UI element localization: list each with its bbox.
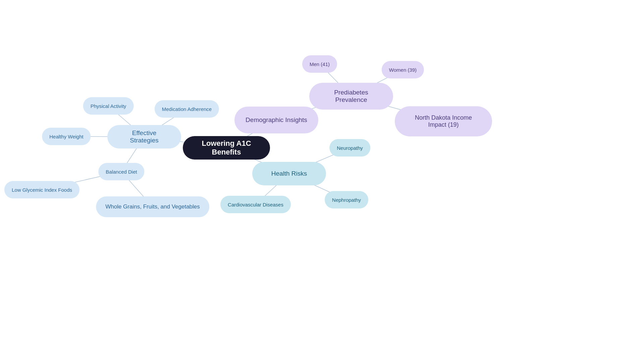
node-medication-adherence[interactable]: Medication Adherence xyxy=(155,100,219,118)
node-low-glycemic[interactable]: Low Glycemic Index Foods xyxy=(4,181,79,198)
node-neuropathy[interactable]: Neuropathy xyxy=(329,139,370,157)
center-node[interactable]: Lowering A1C Benefits xyxy=(183,136,270,160)
node-physical-activity[interactable]: Physical Activity xyxy=(83,97,134,115)
node-cardiovascular[interactable]: Cardiovascular Diseases xyxy=(220,196,291,213)
node-health-risks[interactable]: Health Risks xyxy=(252,162,326,185)
node-north-dakota[interactable]: North Dakota Income Impact (19) xyxy=(395,106,492,136)
node-men[interactable]: Men (41) xyxy=(302,55,337,73)
node-women[interactable]: Women (39) xyxy=(382,61,424,78)
node-nephropathy[interactable]: Nephropathy xyxy=(325,191,368,208)
node-whole-grains[interactable]: Whole Grains, Fruits, and Vegetables xyxy=(96,196,209,217)
mind-map-nodes: Lowering A1C BenefitsEffective Strategie… xyxy=(0,0,644,363)
node-effective-strategies[interactable]: Effective Strategies xyxy=(107,125,181,148)
node-healthy-weight[interactable]: Healthy Weight xyxy=(42,128,91,145)
node-prediabetes-prevalence[interactable]: Prediabetes Prevalence xyxy=(309,83,393,110)
node-demographic-insights[interactable]: Demographic Insights xyxy=(234,107,318,133)
node-balanced-diet[interactable]: Balanced Diet xyxy=(98,163,144,180)
